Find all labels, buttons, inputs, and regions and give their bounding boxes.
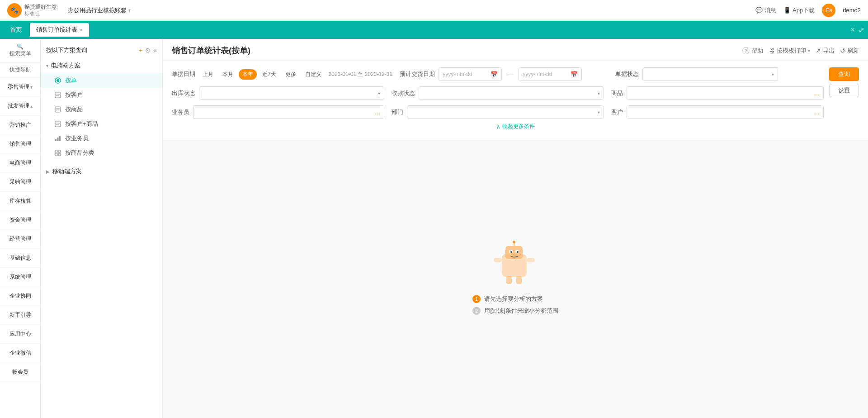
sidebar-item-purchase[interactable]: 采购管理 xyxy=(0,173,40,192)
filter-department: 部门 ▾ xyxy=(392,105,604,119)
sidebar-item-system[interactable]: 系统管理 xyxy=(0,268,40,287)
top-nav: 🐾 畅捷通好生意 标准版 办公用品行业模拟账套 ▾ 💬 消息 📱 App下载 E… xyxy=(0,0,868,21)
scheme-item-by-salesperson[interactable]: 按业务员 xyxy=(41,131,162,146)
scheme-item-by-customer[interactable]: 按客户 xyxy=(41,88,162,102)
date-tab-last-7days[interactable]: 近7天 xyxy=(259,69,280,80)
retail-arrow-icon: ▾ xyxy=(30,85,33,90)
settings-button[interactable]: 设置 xyxy=(829,84,859,97)
date-tab-this-month[interactable]: 本月 xyxy=(219,69,237,80)
salesperson-more-icon[interactable]: ... xyxy=(375,109,380,116)
sidebar-item-enterprise[interactable]: 企业协同 xyxy=(0,287,40,306)
app-download-button[interactable]: 📱 App下载 xyxy=(783,6,815,14)
svg-rect-13 xyxy=(59,136,61,141)
date-tab-last-month[interactable]: 上月 xyxy=(199,69,217,80)
sidebar-item-finance[interactable]: 资金管理 xyxy=(0,211,40,230)
scheme-group-mobile: ▶ 移动端方案 xyxy=(41,163,162,180)
tab-close-window-icon[interactable]: × xyxy=(851,26,855,34)
filter-row-1: 单据日期 上月 本月 本年 近7天 更多 自定义 2023-01-01 至 20… xyxy=(172,67,824,81)
query-button[interactable]: 查询 xyxy=(829,67,859,81)
collapse-panel-button[interactable]: « xyxy=(153,47,157,54)
scheme-group-mobile-header[interactable]: ▶ 移动端方案 xyxy=(41,165,162,178)
template-print-button[interactable]: 🖨 按模板打印 ▾ xyxy=(769,47,810,55)
sidebar-item-member[interactable]: 畅会员 xyxy=(0,363,40,382)
tab-sales-order-stats[interactable]: 销售订单统计表 × xyxy=(30,23,89,37)
username: demo2 xyxy=(843,7,861,14)
date-tab-more[interactable]: 更多 xyxy=(282,69,300,80)
collapse-icon: ∧ xyxy=(496,124,500,130)
sidebar-quick-nav[interactable]: 快捷导航 xyxy=(0,62,40,78)
export-button[interactable]: ↗ 导出 xyxy=(816,47,835,55)
filter-order-status: 单据状态 ▾ xyxy=(615,67,824,81)
scheme-group-desktop-header[interactable]: ▾ 电脑端方案 xyxy=(41,59,162,72)
print-arrow-icon: ▾ xyxy=(808,48,810,53)
calendar-end-icon: 📅 xyxy=(571,71,578,78)
sidebar-item-retail[interactable]: 零售管理 ▾ xyxy=(0,78,40,97)
sidebar-item-ecommerce[interactable]: 电商管理 xyxy=(0,154,40,173)
sidebar-item-marketing[interactable]: 营销推广 xyxy=(0,116,40,135)
svg-point-23 xyxy=(517,251,519,253)
sidebar-item-sales[interactable]: 销售管理 xyxy=(0,135,40,154)
svg-rect-28 xyxy=(506,276,512,284)
left-panel-header: 按以下方案查询 + ⊙ « xyxy=(41,43,162,57)
scheme-item-by-category[interactable]: 按商品分类 xyxy=(41,146,162,160)
tab-close-icon[interactable]: × xyxy=(80,28,83,33)
sidebar-item-wechat[interactable]: 企业微信 xyxy=(0,344,40,363)
product-more-icon[interactable]: ... xyxy=(814,90,820,97)
scheme-group-desktop: ▾ 电脑端方案 按单 xyxy=(41,57,162,163)
message-button[interactable]: 💬 消息 xyxy=(755,6,776,14)
filter-area: 单据日期 上月 本月 本年 近7天 更多 自定义 2023-01-01 至 20… xyxy=(163,61,868,141)
sidebar-item-inventory[interactable]: 库存核算 xyxy=(0,192,40,211)
collapse-more-conditions[interactable]: ∧ 收起更多条件 xyxy=(172,119,859,134)
sidebar: 🔍 搜索菜单 快捷导航 零售管理 ▾ 批发管理 ▴ 营销推广 销售管理 电商管理… xyxy=(0,39,41,418)
payment-status-arrow-icon: ▾ xyxy=(598,91,600,96)
customer-select[interactable]: ... xyxy=(627,105,824,119)
tab-fullscreen-icon[interactable]: ⤢ xyxy=(859,26,864,34)
shipping-status-select[interactable]: ▾ xyxy=(199,86,384,100)
sidebar-item-basic[interactable]: 基础信息 xyxy=(0,249,40,268)
customer-more-icon[interactable]: ... xyxy=(814,109,820,116)
svg-rect-27 xyxy=(527,258,535,262)
svg-point-1 xyxy=(57,79,59,82)
sidebar-item-wholesale[interactable]: 批发管理 ▴ xyxy=(0,97,40,116)
filter-customer: 客户 ... xyxy=(611,105,824,119)
desktop-scheme-items: 按单 按客户 按商品 xyxy=(41,72,162,161)
svg-rect-2 xyxy=(55,92,61,98)
search-icon: 🔍 xyxy=(4,43,37,50)
settings-scheme-button[interactable]: ⊙ xyxy=(145,47,151,54)
sidebar-search[interactable]: 🔍 搜索菜单 xyxy=(0,39,40,62)
scheme-item-by-product[interactable]: 按商品 xyxy=(41,102,162,117)
payment-status-select[interactable]: ▾ xyxy=(419,86,604,100)
filter-top-row: 单据日期 上月 本月 本年 近7天 更多 自定义 2023-01-01 至 20… xyxy=(172,67,859,119)
filter-row-3: 业务员 ... 部门 ▾ xyxy=(172,105,824,119)
filter-product: 商品 ... xyxy=(611,86,824,100)
print-icon: 🖨 xyxy=(769,47,775,54)
sidebar-item-newbie[interactable]: 新手引导 xyxy=(0,306,40,325)
date-tab-this-year[interactable]: 本年 xyxy=(239,69,257,80)
filter-payment-status: 收款状态 ▾ xyxy=(392,86,604,100)
help-button[interactable]: ? 帮助 xyxy=(742,47,763,55)
logo-text: 畅捷通好生意 标准版 xyxy=(24,4,57,17)
delivery-date-end[interactable]: yyyy-mm-dd 📅 xyxy=(519,67,582,81)
content-area: 按以下方案查询 + ⊙ « ▾ 电脑端方案 xyxy=(41,39,868,418)
date-tab-custom[interactable]: 自定义 xyxy=(302,69,325,80)
tab-home[interactable]: 首页 xyxy=(4,23,28,37)
export-icon: ↗ xyxy=(816,47,821,54)
scheme-item-by-customer-product[interactable]: 按客户+商品 xyxy=(41,117,162,131)
avatar[interactable]: Ea xyxy=(822,4,835,17)
department-select[interactable]: ▾ xyxy=(407,105,604,119)
scheme-item-by-order[interactable]: 按单 xyxy=(41,73,162,88)
delivery-date-start[interactable]: yyyy-mm-dd 📅 xyxy=(439,67,502,81)
top-nav-left: 🐾 畅捷通好生意 标准版 办公用品行业模拟账套 ▾ xyxy=(7,3,131,18)
sidebar-item-appcenter[interactable]: 应用中心 xyxy=(0,325,40,344)
order-status-select[interactable]: ▾ xyxy=(642,67,778,81)
empty-tips: 1 请先选择要分析的方案 2 用[过滤]条件来缩小分析范围 xyxy=(472,295,558,318)
by-product-icon xyxy=(54,106,61,113)
workspace-selector[interactable]: 办公用品行业模拟账套 ▾ xyxy=(68,6,131,14)
product-select[interactable]: ... xyxy=(627,86,824,100)
add-scheme-button[interactable]: + xyxy=(139,47,142,54)
right-panel: 销售订单统计表(按单) ? 帮助 🖨 按模板打印 ▾ ↗ 导出 xyxy=(163,39,868,418)
desktop-collapse-icon: ▾ xyxy=(46,63,48,68)
salesperson-select[interactable]: ... xyxy=(193,105,384,119)
refresh-button[interactable]: ↺ 刷新 xyxy=(840,47,859,55)
sidebar-item-operation[interactable]: 经营管理 xyxy=(0,230,40,249)
